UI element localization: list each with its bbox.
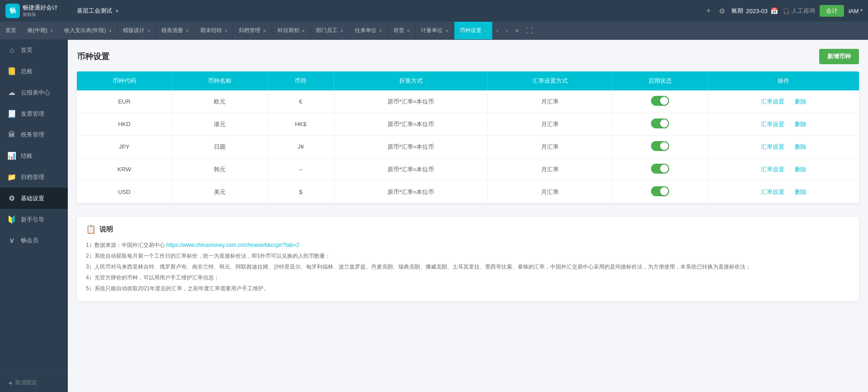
period-label: 账期 [731,7,743,15]
delete-link[interactable]: 删除 [795,98,807,105]
tab-currency-label: 币种设置 [460,27,481,34]
cancel-fixed-label: 取消固定 [15,379,37,387]
sidebar-item-settings-label: 基础设置 [21,194,44,203]
new-currency-button[interactable]: 新增币种 [819,49,859,64]
delete-link[interactable]: 删除 [795,166,807,173]
cancel-fixed-button[interactable]: ◄ 取消固定 [0,373,68,392]
col-header-rate-type: 汇率设置方式 [488,71,613,90]
sidebar-item-member[interactable]: V 畅会员 [0,230,68,251]
sidebar-item-ledger[interactable]: 📒 总账 [0,61,68,82]
tab-template-close[interactable]: × [147,28,150,33]
notes-header: 📋 说明 [86,224,850,234]
tab-period-end-close[interactable]: × [225,28,227,33]
cell-actions: 汇率设置 删除 [708,181,859,203]
sidebar-item-home[interactable]: ⌂ 首页 [0,40,68,61]
tab-archive[interactable]: 归档管理 × [233,22,272,39]
tab-template[interactable]: 模版设计 × [118,22,156,39]
tab-subjects[interactable]: 科目期初 × [272,22,311,39]
toggle-thumb [660,165,668,173]
tab-close-all-button[interactable]: × [512,27,523,34]
toggle-track[interactable] [651,96,669,106]
tab-fullscreen-button[interactable]: ⛶ [523,27,536,34]
tab-dept-close[interactable]: × [340,28,343,33]
toggle-track[interactable] [651,164,669,174]
tab-home[interactable]: 首页 [0,22,22,39]
toggle-track[interactable] [651,118,669,128]
toggle-thumb [660,142,668,150]
toggle-switch[interactable] [651,186,669,196]
toggle-switch[interactable] [651,164,669,174]
notes-link[interactable]: https://www.chinamoney.com.cn/chinese/bk… [166,242,299,248]
tab-bar: 首页 账(中期) × 收入支出表(年报) × 模版设计 × 税表清册 × 期末结… [0,22,868,40]
toggle-track[interactable] [651,141,669,151]
sidebar-item-close[interactable]: 📊 结账 [0,145,68,166]
delete-link[interactable]: 删除 [795,143,807,150]
notes-item: 5）系统只能自动抓取2021年度后的汇率，之前年度汇率需要用户手工维护。 [86,283,850,294]
sidebar-item-archive[interactable]: 📁 归档管理 [0,166,68,188]
tab-period-end[interactable]: 期末结转 × [195,22,233,39]
cell-symbol: -- [268,158,334,181]
rate-settings-link[interactable]: 汇率设置 [761,98,784,105]
support-button[interactable]: 🎧 人工咨询 [783,7,815,15]
rate-settings-link[interactable]: 汇率设置 [761,143,784,150]
toggle-switch[interactable] [651,96,669,106]
sidebar-item-archive-label: 归档管理 [21,173,44,181]
cell-calc: 原币*汇率=本位币 [334,90,488,113]
tab-partners-close[interactable]: × [379,28,382,33]
logo-icon: 畅 [5,4,20,18]
tab-income[interactable]: 收入支出表(年报) × [59,22,117,39]
close-icon: 📊 [7,151,16,160]
toggle-switch[interactable] [651,118,669,128]
sidebar: ⌂ 首页 📒 总账 ☁ 云报表中心 🧾 发票管理 🏛 税务管理 📊 结账 📁 归… [0,40,68,392]
delete-link[interactable]: 删除 [795,189,807,195]
sidebar-item-cloud-label: 云报表中心 [21,89,50,97]
delete-link[interactable]: 删除 [795,121,807,128]
sidebar-item-cloud[interactable]: ☁ 云报表中心 [0,82,68,103]
rate-settings-link[interactable]: 汇率设置 [761,166,784,173]
cell-calc: 原币*汇率=本位币 [334,181,488,203]
sidebar-item-invoice[interactable]: 🧾 发票管理 [0,103,68,124]
tab-currency-close[interactable]: × [484,28,487,33]
tab-partners[interactable]: 往来单位 × [349,22,388,39]
add-tab-button[interactable]: + [704,6,713,16]
tab-next-button[interactable]: › [502,27,512,34]
tab-period[interactable]: 账(中期) × [22,22,59,39]
member-icon: V [7,237,16,244]
col-header-code: 币种代码 [77,71,172,90]
calendar-icon[interactable]: 📅 [770,7,778,14]
toggle-track[interactable] [651,186,669,196]
account-type-button[interactable]: 会计 [820,5,844,17]
cell-toggle [613,90,708,113]
cell-symbol: HK$ [268,113,334,136]
tab-currency[interactable]: 币种设置 × [454,22,493,39]
main-layout: ⌂ 首页 📒 总账 ☁ 云报表中心 🧾 发票管理 🏛 税务管理 📊 结账 📁 归… [0,40,868,392]
tab-prev-button[interactable]: ‹ [493,27,502,34]
tab-unit-close[interactable]: × [445,28,448,33]
cell-rate-type: 月汇率 [488,136,613,158]
tab-subjects-close[interactable]: × [302,28,305,33]
tab-template-label: 模版设计 [123,27,145,34]
settings-icon[interactable]: ⚙ [717,7,727,15]
rate-settings-link[interactable]: 汇率设置 [761,189,784,195]
cell-actions: 汇率设置 删除 [708,158,859,181]
sidebar-item-tax[interactable]: 🏛 税务管理 [0,124,68,145]
sidebar-item-settings[interactable]: ⚙ 基础设置 [0,188,68,209]
tab-archive-close[interactable]: × [263,28,266,33]
tab-inventory-close[interactable]: × [407,28,410,33]
tab-tax[interactable]: 税表清册 × [156,22,194,39]
tab-income-close[interactable]: × [108,28,111,33]
rate-settings-link[interactable]: 汇率设置 [761,121,784,128]
toggle-switch[interactable] [651,141,669,151]
tab-dept[interactable]: 部门员工 × [311,22,349,39]
company-selector[interactable]: 基层工会测试 ▼ [77,7,700,15]
tab-tax-close[interactable]: × [186,28,189,33]
table-row: EUR 欧元 € 原币*汇率=本位币 月汇率 汇率设置 删除 [77,90,859,113]
cell-name: 美元 [172,181,267,203]
tab-period-close[interactable]: × [50,28,53,33]
invoice-icon: 🧾 [7,109,16,118]
tab-unit[interactable]: 计量单位 × [415,22,454,39]
app-name: 畅捷通好会计 [23,4,58,11]
tab-inventory[interactable]: 存货 × [388,22,415,39]
sidebar-item-guide[interactable]: 🔰 新手引导 [0,209,68,230]
page-header: 币种设置 新增币种 [77,49,859,64]
